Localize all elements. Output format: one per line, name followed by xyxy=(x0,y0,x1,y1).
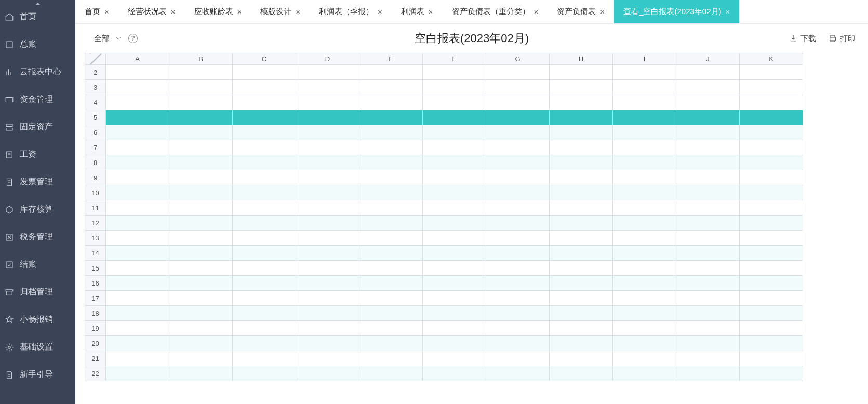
cell[interactable] xyxy=(296,366,359,381)
cell[interactable] xyxy=(486,155,550,170)
cell[interactable] xyxy=(740,276,803,291)
cell[interactable] xyxy=(550,155,613,170)
row-header[interactable]: 13 xyxy=(85,231,106,246)
cell[interactable] xyxy=(359,366,423,381)
cell[interactable] xyxy=(423,65,486,80)
cell[interactable] xyxy=(423,125,486,140)
cell[interactable] xyxy=(740,200,803,216)
cell[interactable] xyxy=(106,140,169,155)
cell[interactable] xyxy=(613,276,676,291)
cell[interactable] xyxy=(233,336,296,351)
cell[interactable] xyxy=(550,65,613,80)
cell[interactable] xyxy=(613,351,676,366)
cell[interactable] xyxy=(486,291,550,306)
cell[interactable] xyxy=(740,261,803,276)
cell[interactable] xyxy=(359,125,423,140)
cell[interactable] xyxy=(423,95,486,110)
cell[interactable] xyxy=(233,185,296,200)
cell[interactable] xyxy=(613,336,676,351)
cell[interactable] xyxy=(550,95,613,110)
cell[interactable] xyxy=(233,95,296,110)
cell[interactable] xyxy=(613,125,676,140)
close-icon[interactable]: × xyxy=(534,8,539,16)
cell[interactable] xyxy=(676,155,740,170)
cell[interactable] xyxy=(676,366,740,381)
close-icon[interactable]: × xyxy=(104,8,109,16)
cell[interactable] xyxy=(676,336,740,351)
cell[interactable] xyxy=(233,276,296,291)
cell[interactable] xyxy=(106,231,169,246)
cell[interactable] xyxy=(169,155,233,170)
tab[interactable]: 模版设计× xyxy=(251,0,310,23)
download-button[interactable]: 下载 xyxy=(789,34,816,44)
cell[interactable] xyxy=(423,140,486,155)
cell[interactable] xyxy=(106,125,169,140)
cell[interactable] xyxy=(359,95,423,110)
cell[interactable] xyxy=(106,291,169,306)
tab[interactable]: 资产负债表（重分类）× xyxy=(443,0,548,23)
cell[interactable] xyxy=(613,110,676,125)
cell[interactable] xyxy=(423,231,486,246)
cell[interactable] xyxy=(486,65,550,80)
cell[interactable] xyxy=(106,80,169,95)
cell[interactable] xyxy=(486,261,550,276)
cell[interactable] xyxy=(106,276,169,291)
cell[interactable] xyxy=(169,80,233,95)
sidebar-item-close[interactable]: 结账 xyxy=(0,251,75,278)
cell[interactable] xyxy=(676,200,740,216)
sidebar-scroll-up[interactable] xyxy=(0,0,75,7)
cell[interactable] xyxy=(423,366,486,381)
cell[interactable] xyxy=(423,291,486,306)
cell[interactable] xyxy=(169,291,233,306)
cell[interactable] xyxy=(550,306,613,321)
sidebar-item-ledger[interactable]: 总账 xyxy=(0,31,75,58)
cell[interactable] xyxy=(423,216,486,231)
cell[interactable] xyxy=(169,170,233,185)
cell[interactable] xyxy=(676,65,740,80)
cell[interactable] xyxy=(486,351,550,366)
row-header[interactable]: 19 xyxy=(85,321,106,336)
cell[interactable] xyxy=(486,321,550,336)
sidebar-item-asset[interactable]: 固定资产 xyxy=(0,113,75,141)
cell[interactable] xyxy=(296,80,359,95)
close-icon[interactable]: × xyxy=(600,8,605,16)
cell[interactable] xyxy=(676,261,740,276)
cell[interactable] xyxy=(106,65,169,80)
cell[interactable] xyxy=(550,261,613,276)
cell[interactable] xyxy=(359,140,423,155)
tab[interactable]: 首页× xyxy=(75,0,118,23)
cell[interactable] xyxy=(169,200,233,216)
tab[interactable]: 资产负债表× xyxy=(547,0,614,23)
cell[interactable] xyxy=(233,65,296,80)
cell[interactable] xyxy=(296,336,359,351)
cell[interactable] xyxy=(233,216,296,231)
cell[interactable] xyxy=(169,276,233,291)
cell[interactable] xyxy=(296,170,359,185)
column-header[interactable]: F xyxy=(423,53,486,65)
cell[interactable] xyxy=(613,261,676,276)
cell[interactable] xyxy=(169,261,233,276)
cell[interactable] xyxy=(423,200,486,216)
cell[interactable] xyxy=(550,216,613,231)
cell[interactable] xyxy=(550,185,613,200)
spreadsheet[interactable]: ABCDEFGHIJK23456789101112131415161718192… xyxy=(75,53,868,404)
cell[interactable] xyxy=(423,246,486,261)
cell[interactable] xyxy=(296,231,359,246)
cell[interactable] xyxy=(233,246,296,261)
cell[interactable] xyxy=(740,155,803,170)
cell[interactable] xyxy=(169,366,233,381)
cell[interactable] xyxy=(169,246,233,261)
cell[interactable] xyxy=(676,140,740,155)
cell[interactable] xyxy=(740,125,803,140)
row-header[interactable]: 5 xyxy=(85,110,106,125)
row-header[interactable]: 2 xyxy=(85,65,106,80)
cell[interactable] xyxy=(296,125,359,140)
cell[interactable] xyxy=(106,200,169,216)
cell[interactable] xyxy=(106,366,169,381)
sidebar-item-reimburse[interactable]: 小畅报销 xyxy=(0,306,75,333)
cell[interactable] xyxy=(486,125,550,140)
cell[interactable] xyxy=(296,261,359,276)
cell[interactable] xyxy=(613,216,676,231)
column-header[interactable]: G xyxy=(486,53,550,65)
cell[interactable] xyxy=(740,170,803,185)
